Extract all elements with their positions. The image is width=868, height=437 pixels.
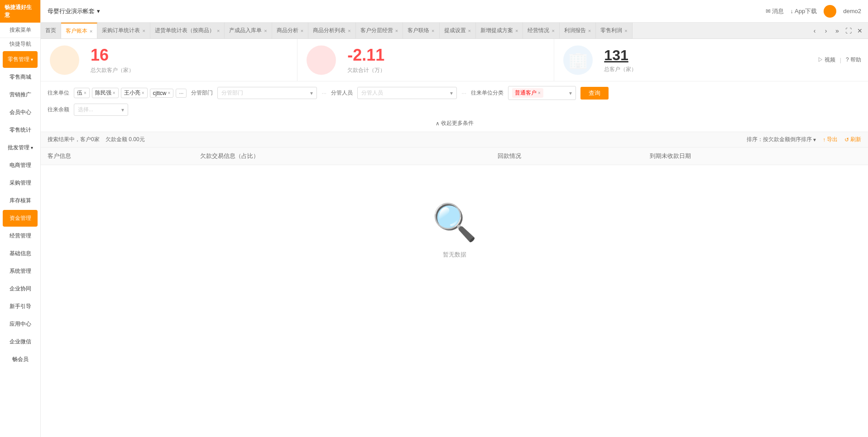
tag-close-3[interactable]: × — [168, 90, 171, 95]
tab-11[interactable]: 经营情况× — [523, 23, 559, 39]
account-selector[interactable]: 母婴行业演示帐套 ▾ — [48, 7, 100, 15]
tab-label-8: 客户联络 — [408, 27, 429, 34]
message-button[interactable]: ✉ 消息 — [766, 7, 784, 15]
tab-13[interactable]: 零售利润× — [596, 23, 632, 39]
sidebar-item-电商管理[interactable]: 电商管理 — [3, 157, 38, 174]
app-download-button[interactable]: ↓ App下载 — [791, 7, 817, 15]
tab-close-6[interactable]: × — [348, 28, 350, 33]
tabs-close-all-button[interactable]: ✕ — [855, 26, 864, 35]
tab-close-4[interactable]: × — [264, 28, 267, 33]
tab-label-10: 新增提成方案 — [480, 27, 513, 34]
tab-7[interactable]: 客户分层经营× — [356, 23, 403, 39]
unit-tag-1[interactable]: 陈民强× — [92, 88, 119, 98]
table-header: 客户信息欠款交易信息（占比）回款情况到期未收款日期 — [41, 147, 868, 165]
tag-close-0[interactable]: × — [84, 90, 86, 95]
tab-close-11[interactable]: × — [551, 28, 554, 33]
export-button[interactable]: ↑ 导出 — [823, 136, 838, 143]
sort-button[interactable]: 排序：按欠款金额倒序排序 ▾ — [747, 136, 816, 143]
sidebar-item-企业协同[interactable]: 企业协同 — [3, 280, 38, 297]
tabs-next-button[interactable]: › — [821, 26, 830, 35]
tab-label-0: 首页 — [45, 27, 56, 34]
unit-tag-more[interactable]: ··· — [176, 89, 187, 98]
empty-row: 🔍 暂无数据 — [41, 165, 868, 295]
sidebar-item-采购管理[interactable]: 采购管理 — [3, 175, 38, 191]
chevron-down-icon: ▾ — [97, 8, 100, 14]
sidebar-item-营销推广[interactable]: 营销推广 — [3, 86, 38, 103]
tabbar-controls: ‹ › » ⛶ ✕ — [806, 26, 868, 35]
sidebar-item-畅会员[interactable]: 畅会员 — [3, 351, 38, 368]
sidebar-item-会员中心[interactable]: 会员中心 — [3, 104, 38, 121]
tab-close-2[interactable]: × — [142, 28, 145, 33]
tab-close-3[interactable]: × — [217, 28, 220, 33]
dept-select[interactable]: 分管部门 ▾ — [217, 87, 317, 99]
tab-5[interactable]: 商品分析× — [272, 23, 308, 39]
quick-nav[interactable]: 快捷导航 — [0, 38, 40, 50]
tab-9[interactable]: 提成设置× — [440, 23, 476, 39]
tab-label-11: 经营情况 — [528, 27, 549, 34]
balance-select[interactable]: 选择... ▾ — [74, 104, 128, 116]
unit-tag-2[interactable]: 王小亮× — [121, 88, 148, 98]
unit-tag-3[interactable]: cjttcw× — [150, 89, 174, 98]
tab-0[interactable]: 首页 — [41, 23, 61, 39]
tab-label-4: 产成品入库单 — [229, 27, 262, 34]
tag-label-0: 伍 — [77, 89, 82, 97]
tab-4[interactable]: 产成品入库单× — [225, 23, 272, 39]
tabs-prev-button[interactable]: ‹ — [810, 26, 819, 35]
app-logo: 畅捷通好生意 — [0, 0, 40, 23]
search-button[interactable]: 查询 — [580, 87, 609, 100]
sidebar-item-基础信息[interactable]: 基础信息 — [3, 245, 38, 262]
tab-close-12[interactable]: × — [588, 28, 591, 33]
refresh-button[interactable]: ↺ 刷新 — [844, 136, 861, 143]
tag-close-2[interactable]: × — [142, 90, 144, 95]
video-button[interactable]: ▷ 视频 — [818, 56, 835, 64]
tab-close-1[interactable]: × — [90, 28, 92, 34]
tab-8[interactable]: 客户联络× — [403, 23, 439, 39]
person-select[interactable]: 分管人员 ▾ — [357, 87, 457, 99]
tag-label-3: cjttcw — [153, 90, 167, 96]
tab-close-8[interactable]: × — [432, 28, 434, 33]
tabs-more-button[interactable]: » — [833, 26, 842, 35]
collapse-filter-button[interactable]: ∧ 收起更多条件 — [436, 119, 474, 127]
tab-label-13: 零售利润 — [600, 27, 622, 34]
dept-arrow-icon: ▾ — [310, 90, 313, 96]
export-icon: ↑ — [823, 137, 825, 143]
sidebar-item-资金管理[interactable]: 资金管理 — [3, 210, 38, 227]
person-filter-label: 分管人员 — [331, 89, 353, 97]
tab-close-7[interactable]: × — [395, 28, 398, 33]
sidebar-item-企业微信[interactable]: 企业微信 — [3, 333, 38, 350]
sidebar-item-经营管理[interactable]: 经营管理 — [3, 228, 38, 244]
sidebar-item-新手引导[interactable]: 新手引导 — [3, 298, 38, 315]
stat-total-customers: 🏢 131 总客户（家） — [554, 39, 810, 81]
user-avatar[interactable] — [824, 5, 836, 18]
sidebar-item-零售统计[interactable]: 零售统计 — [3, 122, 38, 138]
unit-class-select[interactable]: 普通客户 × ▾ — [508, 86, 576, 100]
help-button[interactable]: ? 帮助 — [846, 56, 861, 64]
tab-close-13[interactable]: × — [624, 28, 627, 33]
sidebar-item-零售管理[interactable]: 零售管理 ▾ — [3, 51, 38, 68]
tab-close-5[interactable]: × — [301, 28, 303, 33]
dept-placeholder: 分管部门 — [221, 89, 243, 97]
person-placeholder: 分管人员 — [361, 89, 383, 97]
tab-10[interactable]: 新增提成方案× — [476, 23, 523, 39]
tab-12[interactable]: 利润报告× — [560, 23, 596, 39]
unit-class-label: 往来单位分类 — [471, 89, 504, 97]
app-title: 畅捷通好生意 — [5, 4, 36, 19]
sidebar-item-库存核算[interactable]: 库存核算 — [3, 192, 38, 209]
stat-value-total: 131 — [604, 47, 637, 64]
tabs-fullscreen-button[interactable]: ⛶ — [844, 26, 853, 35]
tab-1[interactable]: 客户账本× — [61, 23, 97, 39]
tab-6[interactable]: 商品分析列表× — [308, 23, 355, 39]
unit-class-close-icon[interactable]: × — [538, 90, 541, 95]
sidebar-item-零售商城[interactable]: 零售商城 — [3, 69, 38, 86]
tag-close-1[interactable]: × — [113, 90, 115, 95]
tab-close-10[interactable]: × — [515, 28, 518, 33]
message-icon: ✉ — [766, 8, 771, 14]
tab-close-9[interactable]: × — [468, 28, 471, 33]
search-menu[interactable]: 搜索菜单 — [0, 23, 40, 38]
tab-3[interactable]: 进货单统计表（按商品）× — [150, 23, 225, 39]
sidebar-item-应用中心[interactable]: 应用中心 — [3, 316, 38, 332]
sidebar-item-批发管理[interactable]: 批发管理 ▾ — [3, 139, 38, 156]
unit-tag-0[interactable]: 伍× — [74, 88, 90, 98]
tab-2[interactable]: 采购订单统计表× — [97, 23, 150, 39]
sidebar-item-系统管理[interactable]: 系统管理 — [3, 263, 38, 280]
